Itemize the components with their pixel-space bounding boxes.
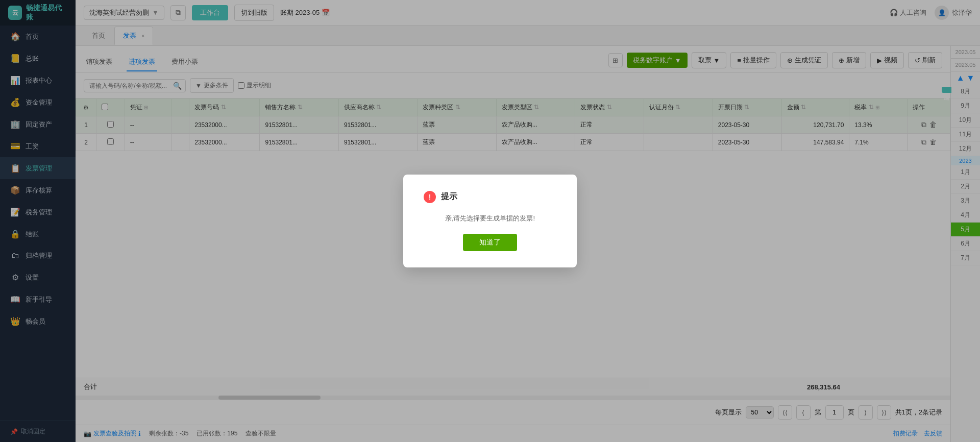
- modal-overlay[interactable]: ! 提示 亲,请先选择要生成单据的发票! 知道了: [0, 0, 980, 442]
- warning-icon: !: [424, 191, 436, 203]
- modal-title-row: ! 提示: [424, 191, 556, 203]
- modal-box: ! 提示 亲,请先选择要生成单据的发票! 知道了: [403, 175, 577, 268]
- modal-ok-button[interactable]: 知道了: [463, 234, 517, 251]
- modal-message: 亲,请先选择要生成单据的发票!: [445, 213, 535, 224]
- modal-title: 提示: [441, 191, 457, 202]
- warning-symbol: !: [429, 193, 431, 201]
